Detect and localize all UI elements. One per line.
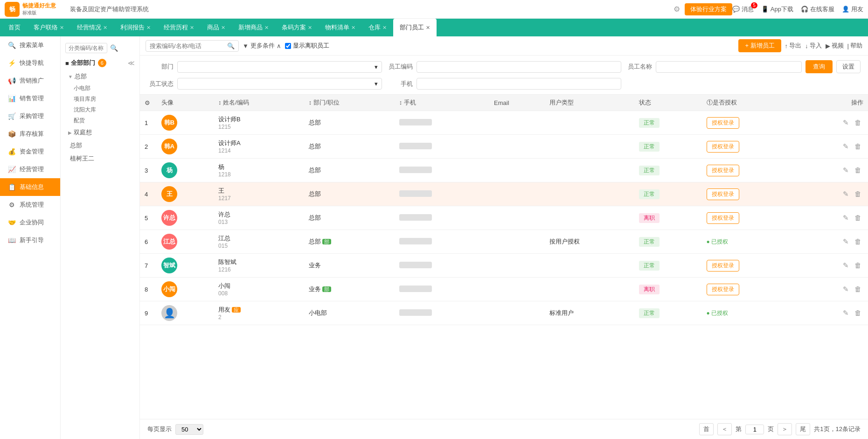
nav-tab-经营情况[interactable]: 经营情况 ✕ bbox=[70, 19, 114, 36]
settings-icon[interactable]: ⚙ bbox=[674, 5, 680, 14]
add-employee-btn[interactable]: + 新增员工 bbox=[738, 39, 781, 52]
edit-btn[interactable]: ✎ bbox=[841, 214, 851, 222]
per-page-select[interactable]: 50 100 200 bbox=[175, 424, 203, 435]
dept-child-shenyang[interactable]: 沈阳大库 bbox=[61, 105, 139, 115]
message-btn[interactable]: 💬 5 消息 bbox=[732, 5, 754, 14]
dept-node-zhishu[interactable]: 植树王二 bbox=[61, 152, 139, 165]
sidebar-item-基础信息[interactable]: 📋基础信息 bbox=[0, 178, 60, 196]
last-page-btn[interactable]: 尾 bbox=[796, 423, 810, 435]
dept-search-input[interactable] bbox=[65, 43, 107, 53]
row-op: ✎ 🗑 bbox=[797, 111, 868, 135]
edit-btn[interactable]: ✎ bbox=[841, 118, 851, 127]
delete-btn[interactable]: 🗑 bbox=[853, 190, 863, 198]
sidebar-item-搜索菜单[interactable]: 🔍搜索菜单 bbox=[0, 36, 60, 54]
search-input[interactable] bbox=[150, 42, 224, 49]
auth-btn[interactable]: 授权登录 bbox=[707, 260, 739, 272]
row-name: 设计师B 1215 bbox=[214, 111, 304, 135]
phone-input[interactable] bbox=[417, 78, 621, 90]
nav-tab-仓库[interactable]: 仓库 ✕ bbox=[362, 19, 393, 36]
auth-btn[interactable]: 授权登录 bbox=[707, 284, 739, 295]
nav-tab-利润报告[interactable]: 利润报告 ✕ bbox=[114, 19, 157, 36]
nav-tab-物料清单[interactable]: 物料清单 ✕ bbox=[319, 19, 362, 36]
auth-btn[interactable]: 授权登录 bbox=[707, 117, 739, 129]
view-btn[interactable]: ▶ 视频 bbox=[826, 42, 844, 50]
dept-node-zongbu2[interactable]: 总部 bbox=[61, 139, 139, 152]
col-dept[interactable]: ↕ 部门/职位 bbox=[304, 95, 395, 111]
export-btn[interactable]: ↑ 导出 bbox=[785, 42, 802, 50]
delete-btn[interactable]: 🗑 bbox=[853, 142, 863, 150]
edit-btn[interactable]: ✎ bbox=[841, 261, 851, 270]
sidebar-item-系统管理[interactable]: ⚙系统管理 bbox=[0, 196, 60, 214]
dept-search-icon[interactable]: 🔍 bbox=[110, 44, 118, 52]
online-service-btn[interactable]: 🎧 在线客服 bbox=[801, 5, 834, 14]
trial-button[interactable]: 体验行业方案 bbox=[685, 3, 732, 15]
col-settings[interactable]: ⚙ bbox=[140, 95, 157, 111]
nav-tab-商品[interactable]: 商品 ✕ bbox=[201, 19, 232, 36]
dept-all-label[interactable]: ■ 全部部门 bbox=[65, 59, 95, 67]
query-btn[interactable]: 查询 bbox=[806, 60, 833, 73]
system-title: 装备及固定资产辅助管理系统 bbox=[65, 5, 674, 14]
delete-btn[interactable]: 🗑 bbox=[853, 285, 863, 293]
filter-status: 员工状态 ▾ bbox=[147, 78, 382, 90]
next-page-btn[interactable]: ＞ bbox=[778, 423, 792, 435]
search-icon[interactable]: 🔍 bbox=[227, 42, 235, 49]
sidebar-item-销售管理[interactable]: 📊销售管理 bbox=[0, 90, 60, 107]
delete-btn[interactable]: 🗑 bbox=[853, 214, 863, 222]
prev-page-btn[interactable]: ＜ bbox=[717, 423, 732, 435]
import-btn[interactable]: ↓ 导入 bbox=[805, 42, 822, 50]
delete-btn[interactable]: 🗑 bbox=[853, 309, 863, 317]
status-select[interactable]: ▾ bbox=[177, 78, 382, 90]
dept-child-xiaodian[interactable]: 小电部 bbox=[61, 83, 139, 94]
delete-btn[interactable]: 🗑 bbox=[853, 237, 863, 245]
dept-node-shuangting[interactable]: ▶ 双庭想 bbox=[61, 126, 139, 139]
delete-btn[interactable]: 🗑 bbox=[853, 261, 863, 269]
edit-btn[interactable]: ✎ bbox=[841, 166, 851, 174]
nav-tab-首页[interactable]: 首页 bbox=[2, 19, 27, 36]
delete-btn[interactable]: 🗑 bbox=[853, 118, 863, 126]
sidebar-item-新手引导[interactable]: 📖新手引导 bbox=[0, 231, 60, 249]
dept-child-peihuo[interactable]: 配货 bbox=[61, 115, 139, 126]
sidebar-item-库存核算[interactable]: 📦库存核算 bbox=[0, 125, 60, 143]
col-phone[interactable]: ↕ 手机 bbox=[395, 95, 489, 111]
resigned-checkbox-input[interactable] bbox=[285, 43, 291, 49]
sidebar-item-经营管理[interactable]: 📈经营管理 bbox=[0, 160, 60, 178]
sidebar-item-资金管理[interactable]: 💰资金管理 bbox=[0, 143, 60, 160]
edit-btn[interactable]: ✎ bbox=[841, 309, 851, 317]
first-page-btn[interactable]: 首 bbox=[699, 423, 714, 435]
dept-child-xiangmu[interactable]: 项目库房 bbox=[61, 94, 139, 105]
edit-btn[interactable]: ✎ bbox=[841, 190, 851, 198]
col-name[interactable]: ↕ 姓名/编码 bbox=[214, 95, 304, 111]
dept-select[interactable]: ▾ bbox=[177, 61, 382, 73]
set-btn[interactable]: 设置 bbox=[836, 60, 861, 73]
name-input[interactable] bbox=[656, 61, 802, 73]
sidebar-item-采购管理[interactable]: 🛒采购管理 bbox=[0, 107, 60, 125]
auth-btn[interactable]: 授权登录 bbox=[707, 188, 739, 200]
delete-btn[interactable]: 🗑 bbox=[853, 166, 863, 174]
dept-node-zongbu[interactable]: ▼ 总部 bbox=[61, 70, 139, 83]
auth-btn[interactable]: 授权登录 bbox=[707, 165, 739, 176]
more-filters-btn[interactable]: ▼ 更多条件 ∧ bbox=[243, 42, 281, 50]
edit-btn[interactable]: ✎ bbox=[841, 142, 851, 151]
nav-tab-经营历程[interactable]: 经营历程 ✕ bbox=[157, 19, 201, 36]
auth-btn[interactable]: 授权登录 bbox=[707, 141, 739, 153]
nav-tab-条码方案[interactable]: 条码方案 ✕ bbox=[275, 19, 319, 36]
code-input[interactable] bbox=[417, 61, 621, 73]
edit-btn[interactable]: ✎ bbox=[841, 237, 851, 246]
auth-btn[interactable]: 授权登录 bbox=[707, 212, 739, 224]
nav-tab-部门员工[interactable]: 部门员工 ✕ bbox=[393, 19, 437, 36]
row-op: ✎ 🗑 bbox=[797, 182, 868, 206]
sidebar-item-企业协同[interactable]: 🤝企业协同 bbox=[0, 214, 60, 231]
edit-btn[interactable]: ✎ bbox=[841, 285, 851, 293]
help-btn[interactable]: | 帮助 bbox=[847, 42, 862, 50]
sidebar-item-快捷导航[interactable]: ⚡快捷导航 bbox=[0, 54, 60, 72]
dept-collapse-btn[interactable]: ≪ bbox=[128, 59, 135, 67]
page-number-input[interactable] bbox=[745, 425, 764, 434]
row-name: 许总 013 bbox=[214, 206, 304, 230]
sidebar-item-营销推广[interactable]: 📢营销推广 bbox=[0, 72, 60, 90]
user-menu[interactable]: 👤 用友 bbox=[842, 5, 863, 14]
nav-tab-客户联络[interactable]: 客户联络 ✕ bbox=[27, 19, 70, 36]
show-resigned-checkbox[interactable]: 显示离职员工 bbox=[285, 42, 329, 50]
app-download-btn[interactable]: 📱 App下载 bbox=[761, 5, 793, 14]
nav-tab-新增商品[interactable]: 新增商品 ✕ bbox=[232, 19, 275, 36]
avatar: 王 bbox=[161, 186, 177, 202]
